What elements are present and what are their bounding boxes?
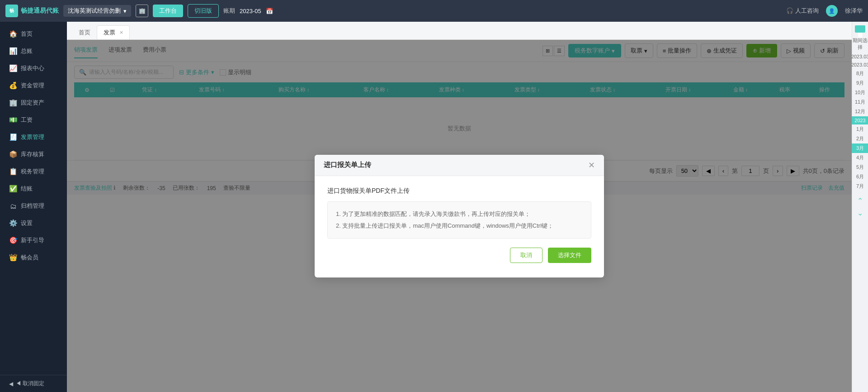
period-selector-title: 期间选择 (852, 37, 868, 51)
ledger-icon: 📊 (9, 47, 17, 55)
content-area: 销项发票 进项发票 费用小票 ⊞ ☰ 税务数字账户 ▾ 取票 ▾ (67, 40, 852, 392)
period-selector: 2023.03 2023.03 8月 9月 10月 11月 12月 2023 1… (849, 53, 868, 191)
sidebar-item-ledger[interactable]: 📊 总账 (0, 43, 67, 60)
sidebar-item-member[interactable]: 👑 畅会员 (0, 249, 67, 266)
workspace-button[interactable]: 工作台 (153, 5, 183, 17)
period-6[interactable]: 6月 (849, 172, 868, 182)
modal-select-file-button[interactable]: 选择文件 (548, 248, 591, 263)
checkout-icon: ✅ (9, 185, 17, 193)
sidebar: 🏠 首页 📊 总账 📈 报表中心 💰 资金管理 🏢 固定资产 💵 工资 🧾 发票… (0, 22, 67, 392)
tab-invoice[interactable]: 发票 × (97, 25, 130, 39)
main-content: 首页 发票 × 销项发票 进项发票 费用小票 ⊞ ☰ (67, 22, 852, 392)
invoice-icon: 🧾 (9, 133, 17, 141)
building-icon: 🏢 (139, 8, 146, 14)
guide-icon: 🎯 (9, 236, 17, 244)
chevron-down-icon: ▾ (123, 8, 127, 14)
reports-icon: 📈 (9, 64, 17, 72)
user-avatar: 👤 (826, 5, 838, 17)
chevron-up-icon: ⌃ (857, 197, 863, 205)
sidebar-item-archive[interactable]: 🗂 归档管理 (0, 197, 67, 215)
top-bar-right: 🎧 人工咨询 👤 徐泽华 (786, 5, 863, 17)
period-4[interactable]: 4月 (849, 153, 868, 163)
modal-info-item-1: 1. 为了更加精准的数据匹配，请先录入海关缴款书，再上传对应的报关单； (336, 208, 583, 220)
calendar-icon[interactable]: 📅 (266, 8, 273, 14)
company-icon-btn[interactable]: 🏢 (136, 5, 148, 17)
period-10[interactable]: 10月 (849, 88, 868, 97)
main-layout: 🏠 首页 📊 总账 📈 报表中心 💰 资金管理 🏢 固定资产 💵 工资 🧾 发票… (0, 22, 868, 392)
period-value: 2023-05 (240, 8, 261, 14)
period-label: 账期 (223, 7, 235, 15)
period-9[interactable]: 9月 (849, 78, 868, 88)
sidebar-item-settings[interactable]: ⚙️ 设置 (0, 215, 67, 232)
sidebar-collapse-btn[interactable]: ◀ ◀ 取消固定 (0, 375, 67, 392)
sidebar-item-guide[interactable]: 🎯 新手引导 (0, 232, 67, 249)
user-name: 徐泽华 (845, 7, 863, 15)
modal-header: 进口报关单上传 ✕ (315, 155, 604, 176)
tab-close-icon[interactable]: × (120, 29, 123, 36)
modal-overlay: 进口报关单上传 ✕ 进口货物报关单PDF文件上传 1. 为了更加精准的数据匹配，… (67, 40, 852, 392)
modal-title: 进口报关单上传 (324, 161, 371, 169)
sidebar-item-home[interactable]: 🏠 首页 (0, 25, 67, 43)
period-7[interactable]: 7月 (849, 182, 868, 191)
funds-icon: 💰 (9, 81, 17, 90)
collapse-icon: ◀ (9, 381, 13, 387)
modal-section-title: 进口货物报关单PDF文件上传 (327, 187, 591, 195)
home-icon: 🏠 (9, 30, 17, 38)
archive-icon: 🗂 (9, 202, 17, 210)
settings-icon: ⚙️ (9, 219, 17, 227)
modal-info-item-2: 2. 支持批量上传进口报关单，mac用户使用Command键，windows用户… (336, 220, 583, 232)
app-logo: 畅 畅捷通易代账 (5, 5, 59, 17)
headset-icon: 🎧 (786, 7, 793, 14)
salary-icon: 💵 (9, 116, 17, 124)
top-bar: 畅 畅捷通易代账 沈海英测试经营勿删 ▾ 🏢 工作台 切旧版 账期 2023-0… (0, 0, 868, 22)
open-date-btn[interactable]: 开票日期 (855, 25, 865, 33)
period-8[interactable]: 8月 (849, 69, 868, 78)
assets-icon: 🏢 (9, 99, 17, 107)
period-2023[interactable]: 2023 (849, 116, 868, 124)
period-12[interactable]: 12月 (849, 107, 868, 116)
tab-home[interactable]: 首页 (74, 26, 95, 39)
sidebar-item-assets[interactable]: 🏢 固定资产 (0, 94, 67, 111)
collapse-up-btn[interactable]: ⌃ (857, 196, 863, 205)
tax-icon: 📋 (9, 167, 17, 176)
support-label[interactable]: 🎧 人工咨询 (786, 7, 819, 15)
right-panel: 开票日期 期间选择 2023.03 2023.03 8月 9月 10月 11月 … (852, 22, 868, 392)
period-2[interactable]: 2月 (849, 134, 868, 143)
modal-close-btn[interactable]: ✕ (588, 160, 595, 170)
sidebar-item-funds[interactable]: 💰 资金管理 (0, 77, 67, 94)
inventory-icon: 📦 (9, 150, 17, 158)
period-1[interactable]: 1月 (849, 124, 868, 134)
switch-version-button[interactable]: 切旧版 (188, 4, 219, 18)
period-5[interactable]: 5月 (849, 163, 868, 172)
period-2023-03-2[interactable]: 2023.03 (849, 61, 868, 69)
import-customs-modal: 进口报关单上传 ✕ 进口货物报关单PDF文件上传 1. 为了更加精准的数据匹配，… (315, 155, 604, 277)
modal-info-box: 1. 为了更加精准的数据匹配，请先录入海关缴款书，再上传对应的报关单； 2. 支… (327, 201, 591, 239)
sidebar-item-reports[interactable]: 📈 报表中心 (0, 60, 67, 77)
period-2023-03-1[interactable]: 2023.03 (849, 53, 868, 61)
sidebar-item-inventory[interactable]: 📦 库存核算 (0, 146, 67, 163)
period-3[interactable]: 3月 (849, 143, 868, 153)
company-name: 沈海英测试经营勿删 (68, 7, 121, 15)
tab-bar: 首页 发票 × (67, 22, 852, 40)
sidebar-item-tax[interactable]: 📋 税务管理 (0, 163, 67, 180)
period-11[interactable]: 11月 (849, 97, 868, 107)
sidebar-item-invoice[interactable]: 🧾 发票管理 (0, 129, 67, 146)
app-name: 畅捷通易代账 (21, 7, 59, 15)
logo-icon: 畅 (5, 5, 18, 17)
modal-body: 进口货物报关单PDF文件上传 1. 为了更加精准的数据匹配，请先录入海关缴款书，… (315, 176, 604, 277)
member-icon: 👑 (9, 253, 17, 262)
modal-footer: 取消 选择文件 (327, 248, 591, 267)
sidebar-item-checkout[interactable]: ✅ 结账 (0, 180, 67, 197)
collapse-down-btn[interactable]: ⌄ (857, 209, 863, 217)
company-selector[interactable]: 沈海英测试经营勿删 ▾ (63, 5, 131, 17)
modal-cancel-button[interactable]: 取消 (510, 248, 542, 263)
sidebar-item-salary[interactable]: 💵 工资 (0, 111, 67, 129)
chevron-down-icon: ⌄ (857, 209, 863, 217)
